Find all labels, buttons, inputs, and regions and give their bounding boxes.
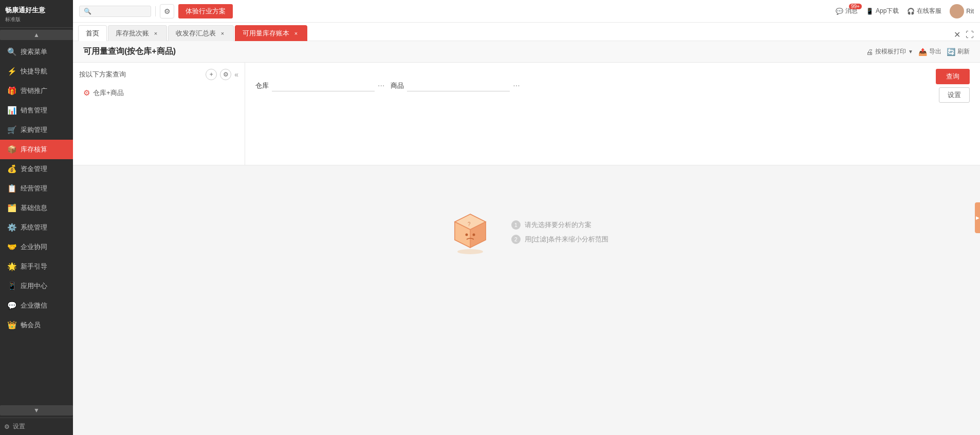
cart-icon: 🛒: [7, 125, 16, 135]
sidebar-item-app-center[interactable]: 📱 应用中心: [0, 276, 73, 296]
sidebar-item-search[interactable]: 🔍 搜索菜单: [0, 42, 73, 62]
tab-available-ledger[interactable]: 可用量库存账本 ×: [235, 25, 307, 41]
topbar-actions: 💬 消息 99+ 📱 App下载 🎧 在线客服 Rit: [836, 4, 974, 18]
tab-batch-ledger-close[interactable]: ×: [152, 30, 159, 37]
sidebar-bottom-settings[interactable]: ⚙ 设置: [0, 418, 73, 435]
sidebar-scroll-up[interactable]: ▲: [0, 30, 73, 40]
add-schema-button[interactable]: +: [206, 69, 217, 80]
sidebar-item-sales[interactable]: 📊 销售管理: [0, 101, 73, 120]
sidebar-header: 畅康通好生意 标准版: [0, 0, 73, 28]
close-tab-window-button[interactable]: ✕: [953, 29, 961, 41]
empty-text: 1 请先选择要分析的方案 2 用[过滤]条件来缩小分析范围: [511, 220, 608, 244]
goods-filter-input[interactable]: [407, 80, 510, 91]
schema-icon: ⚙: [83, 88, 90, 98]
customer-service-button[interactable]: 🎧 在线客服: [907, 7, 941, 15]
print-label: 按模板打印: [875, 47, 906, 56]
schema-settings-button[interactable]: ⚙: [220, 69, 231, 80]
export-button[interactable]: 📤 导出: [918, 47, 941, 56]
print-dropdown-icon[interactable]: ▼: [908, 49, 913, 54]
sidebar-item-finance[interactable]: 💰 资金管理: [0, 159, 73, 179]
query-settings-button[interactable]: 设置: [939, 87, 970, 103]
query-button[interactable]: 查询: [936, 69, 970, 84]
right-sidebar-toggle[interactable]: ▶: [975, 202, 980, 233]
tab-available-ledger-close[interactable]: ×: [292, 30, 300, 37]
notifications-button[interactable]: 💬 消息 99+: [836, 7, 858, 15]
app-center-icon: 📱: [7, 281, 16, 291]
tab-window-actions: ✕ ⛶: [953, 29, 975, 41]
sidebar-item-quick-nav[interactable]: ⚡ 快捷导航: [0, 62, 73, 81]
user-profile[interactable]: Rit: [950, 4, 974, 18]
topbar-search-box[interactable]: 🔍: [79, 6, 151, 17]
sidebar-scroll-down[interactable]: ▼: [0, 405, 73, 415]
chevron-up-icon: ▲: [33, 30, 40, 40]
gift-icon: 🎁: [7, 86, 16, 96]
tab-collect-summary[interactable]: 收发存汇总表 ×: [168, 25, 234, 41]
sidebar: 畅康通好生意 标准版 ▲ 🔍 搜索菜单 ⚡ 快捷导航 🎁 营销推广 📊 销售管理: [0, 0, 73, 435]
app-download-button[interactable]: 📱 App下载: [866, 7, 899, 15]
empty-tip-1-text: 请先选择要分析的方案: [525, 220, 591, 230]
filter-warehouse: 仓库 ···: [255, 80, 384, 91]
page-header-actions: 🖨 按模板打印 ▼ 📤 导出 🔄 刷新: [866, 47, 970, 56]
warehouse-filter-input[interactable]: [272, 80, 375, 91]
tab-batch-ledger[interactable]: 库存批次账 ×: [108, 25, 167, 41]
collapse-panel-button[interactable]: «: [234, 70, 238, 79]
sidebar-item-basic-info[interactable]: 🗂️ 基础信息: [0, 198, 73, 218]
sidebar-item-system[interactable]: ⚙️ 系统管理: [0, 218, 73, 237]
goods-more-button[interactable]: ···: [513, 81, 520, 90]
maximize-tab-window-button[interactable]: ⛶: [965, 29, 975, 41]
right-toggle-icon: ▶: [976, 215, 979, 220]
settings-bottom-icon: ⚙: [4, 423, 10, 430]
headset-icon: 🎧: [907, 8, 915, 15]
step-1-number: 1: [511, 220, 521, 230]
industry-solution-button[interactable]: 体验行业方案: [178, 4, 233, 18]
customer-service-label: 在线客服: [917, 7, 941, 15]
tab-home[interactable]: 首页: [78, 25, 107, 41]
empty-cube-svg: ?: [445, 206, 496, 258]
wechat-icon: 💬: [7, 301, 16, 310]
sidebar-item-label: 采购管理: [21, 125, 66, 135]
topbar: 🔍 ⚙ 体验行业方案 💬 消息 99+ 📱 App下载: [73, 0, 980, 23]
sidebar-item-purchase[interactable]: 🛒 采购管理: [0, 120, 73, 140]
sidebar-item-guide[interactable]: 🌟 新手引导: [0, 257, 73, 276]
sidebar-item-operations[interactable]: 📋 经营管理: [0, 179, 73, 198]
print-icon: 🖨: [866, 48, 873, 56]
sidebar-item-label: 快捷导航: [21, 67, 66, 76]
app-download-label: App下载: [876, 7, 899, 15]
page-title: 可用量查询(按仓库+商品): [83, 46, 176, 57]
system-icon: ⚙️: [7, 223, 16, 232]
schema-item-warehouse-goods[interactable]: ⚙ 仓库+商品: [79, 85, 238, 101]
topbar-divider: [155, 6, 156, 16]
topbar-settings-button[interactable]: ⚙: [160, 4, 174, 18]
empty-illustration: ?: [445, 206, 496, 258]
sidebar-item-marketing[interactable]: 🎁 营销推广: [0, 81, 73, 101]
basic-info-icon: 🗂️: [7, 203, 16, 213]
page-header: 可用量查询(按仓库+商品) 🖨 按模板打印 ▼ 📤 导出 🔄 刷新: [73, 41, 980, 63]
sidebar-item-label: 经营管理: [21, 184, 66, 193]
sidebar-item-label: 应用中心: [21, 281, 66, 291]
query-schema-panel: 按以下方案查询 + ⚙ « ⚙ 仓库+商品: [73, 63, 245, 165]
sidebar-item-label: 营销推广: [21, 86, 66, 96]
tabs-bar: 首页 库存批次账 × 收发存汇总表 × 可用量库存账本 × ✕ ⛶: [73, 23, 980, 41]
warehouse-more-button[interactable]: ···: [378, 81, 384, 90]
sidebar-item-inventory[interactable]: 📦 库存核算: [0, 140, 73, 159]
sidebar-item-enterprise[interactable]: 🤝 企业协同: [0, 237, 73, 257]
filter-row: 仓库 ··· 商品 ··· 查询 设置: [255, 69, 970, 103]
gear-icon: ⚙: [164, 7, 171, 15]
filter-goods: 商品 ···: [391, 80, 520, 91]
tab-collect-summary-close[interactable]: ×: [219, 30, 226, 37]
schema-item-label: 仓库+商品: [93, 88, 124, 98]
main-content: 🔍 ⚙ 体验行业方案 💬 消息 99+ 📱 App下载: [73, 0, 980, 435]
operations-icon: 📋: [7, 184, 16, 193]
refresh-button[interactable]: 🔄 刷新: [947, 47, 970, 56]
empty-tip-2-text: 用[过滤]条件来缩小分析范围: [525, 235, 608, 244]
query-action-buttons: 查询 设置: [936, 69, 970, 103]
empty-tip-1: 1 请先选择要分析的方案: [511, 220, 608, 230]
sidebar-item-label: 企业协同: [21, 242, 66, 252]
page-content: 可用量查询(按仓库+商品) 🖨 按模板打印 ▼ 📤 导出 🔄 刷新: [73, 41, 980, 435]
print-button[interactable]: 🖨 按模板打印 ▼: [866, 47, 913, 56]
export-icon: 📤: [918, 48, 927, 56]
sidebar-item-wechat[interactable]: 💬 企业微信: [0, 296, 73, 315]
enterprise-icon: 🤝: [7, 242, 16, 252]
sidebar-item-member[interactable]: 👑 畅会员: [0, 315, 73, 335]
query-left-actions: + ⚙ «: [206, 69, 238, 80]
